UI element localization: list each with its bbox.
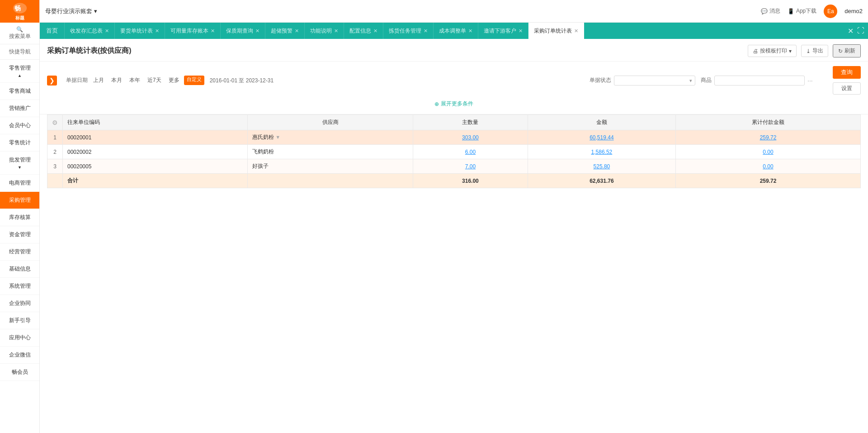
sidebar-item-collab[interactable]: 企业协同 [0,295,39,312]
tab-yaohuo[interactable]: 要货单统计表 ✕ [115,23,165,39]
status-select[interactable] [614,76,695,86]
tab-purchase-stats[interactable]: 采购订单统计表 ✕ [528,23,584,39]
sidebar-quick-nav[interactable]: 快捷导航 [0,44,39,60]
industry-selector[interactable]: 母婴行业演示账套 ▾ [45,7,97,15]
app-logo-icon: 畅 [13,2,27,14]
date-btn-last-month[interactable]: 上月 [90,76,107,85]
settings-button[interactable]: 设置 [833,82,861,95]
cell-amount[interactable]: 1,586.52 [528,145,675,159]
sidebar-item-wecom[interactable]: 企业微信 [0,347,39,364]
cell-paid[interactable]: 0.00 [675,145,860,159]
avatar[interactable]: Ea [824,5,837,18]
app-download-button[interactable]: 📱 App下载 [788,7,816,15]
sidebar-item-members[interactable]: 会员中心 [0,117,39,134]
cell-amount[interactable]: 60,519.44 [528,130,675,145]
tab-close-icon[interactable]: ✕ [105,28,109,34]
sidebar-item-purchase[interactable]: 采购管理 [0,192,39,209]
sidebar-item-operations[interactable]: 经营管理 [0,243,39,261]
sidebar-item-system[interactable]: 系统管理 [0,278,39,295]
cell-qty[interactable]: 7.00 [413,159,528,174]
col-amount: 金额 [528,115,675,130]
cell-code: 00020002 [63,145,248,159]
cell-index: 2 [47,145,63,159]
maximize-button[interactable]: ⛶ [857,27,864,35]
sidebar-item-newguide[interactable]: 新手引导 [0,312,39,329]
cell-paid[interactable]: 0.00 [675,159,860,174]
tab-home[interactable]: 首页 [40,23,65,39]
sidebar-item-label: 资金管理 [9,231,31,238]
sidebar-item-appcenter[interactable]: 应用中心 [0,329,39,347]
refresh-button[interactable]: ↻ 刷新 [833,44,861,57]
cell-amount[interactable]: 525.80 [528,159,675,174]
date-label: 单据日期 [66,76,88,84]
tab-baozhi[interactable]: 保质期查询 ✕ [221,23,265,39]
cell-qty[interactable]: 303.00 [413,130,528,145]
sidebar-item-retail-mgmt[interactable]: 零售管理 ▲ [0,60,39,83]
tab-jianhuo[interactable]: 拣货任务管理 ✕ [383,23,434,39]
tab-close-icon[interactable]: ✕ [155,28,159,34]
date-btn-this-year[interactable]: 本年 [127,76,143,85]
tab-close-icon[interactable]: ✕ [255,28,259,34]
sidebar-item-finance[interactable]: 资金管理 [0,226,39,243]
table-row[interactable]: 3 00020005 好孩子 7.00 525.80 0.00 [47,159,861,174]
tab-label: 要货单统计表 [120,27,153,35]
export-label: 导出 [812,47,823,55]
page-content: 采购订单统计表(按供应商) 🖨 按模板打印 ▾ ⤓ 导出 ↻ 刷新 [40,39,868,433]
sidebar-item-retail-mall[interactable]: 零售商城 [0,83,39,100]
date-btn-more[interactable]: 更多 [166,76,182,85]
svg-text:畅: 畅 [14,5,20,12]
sidebar-item-label: 营销推广 [9,105,31,112]
custom-date-tag[interactable]: 自定义 [184,76,204,85]
tab-gongneng[interactable]: 功能说明 ✕ [305,23,344,39]
tab-invite[interactable]: 邀请下游客户 ✕ [478,23,528,39]
sidebar-item-label: 采购管理 [9,196,31,204]
column-settings-icon[interactable]: ⚙ [52,119,58,126]
sidebar-item-marketing[interactable]: 营销推广 [0,100,39,117]
goods-more-icon[interactable]: ··· [807,77,813,84]
goods-input[interactable] [714,76,805,86]
date-btn-this-month[interactable]: 本月 [108,76,125,85]
messages-button[interactable]: 💬 消息 [761,7,780,15]
filter-collapse-button[interactable]: ❯ [47,76,57,86]
query-button[interactable]: 查询 [833,66,861,79]
tab-chengben[interactable]: 成本调整单 ✕ [434,23,478,39]
tab-close-icon[interactable]: ✕ [373,28,377,34]
tab-peizhi[interactable]: 配置信息 ✕ [344,23,383,39]
sidebar-item-inventory[interactable]: 库存核算 [0,209,39,226]
cell-qty[interactable]: 6.00 [413,145,528,159]
export-button[interactable]: ⤓ 导出 [801,45,828,57]
expand-filters-button[interactable]: ⊕ 展开更多条件 [47,98,861,109]
table-row[interactable]: 2 00020002 飞鹤奶粉 6.00 1,586.52 0.00 [47,145,861,159]
tabbar-end: ✕ ⛶ [844,23,868,39]
tab-close-icon[interactable]: ✕ [295,28,299,34]
sidebar-item-label: 零售商城 [9,87,31,95]
sidebar-item-ecommerce[interactable]: 电商管理 [0,175,39,192]
tab-close-icon[interactable]: ✕ [574,28,578,34]
cell-paid[interactable]: 259.72 [675,130,860,145]
message-icon: 💬 [761,8,768,14]
template-print-button[interactable]: 🖨 按模板打印 ▾ [748,45,797,57]
sidebar-item-basics[interactable]: 基础信息 [0,261,39,278]
tab-close-icon[interactable]: ✕ [424,28,428,34]
sidebar-item-member-pro[interactable]: 畅会员 [0,364,39,381]
tab-close-icon[interactable]: ✕ [519,28,523,34]
tab-close-icon[interactable]: ✕ [211,28,215,34]
tab-kuyongliang[interactable]: 可用量库存账本 ✕ [165,23,221,39]
footer-label: 合计 [63,174,248,188]
footer-row: 合计 316.00 62,631.76 259.72 [47,174,861,188]
date-btn-7days[interactable]: 近7天 [145,76,164,85]
cell-supplier: 飞鹤奶粉 [248,145,413,159]
sidebar-search[interactable]: 🔍 搜索菜单 [0,23,39,44]
tab-shoufacun[interactable]: 收发存汇总表 ✕ [65,23,115,39]
col-paid: 累计付款金额 [675,115,860,130]
sidebar-item-label: 应用中心 [9,334,31,342]
table-row[interactable]: 1 00020001 惠氏奶粉 ▼ 303.00 60,519.44 259.7… [47,130,861,145]
tab-chaochu[interactable]: 超储预警 ✕ [265,23,305,39]
tab-close-icon[interactable]: ✕ [468,28,472,34]
tab-close-icon[interactable]: ✕ [334,28,338,34]
close-tab-button[interactable]: ✕ [848,27,854,35]
tab-label: 拣货任务管理 [389,27,421,35]
sidebar-item-label: 基础信息 [9,265,31,273]
sidebar-item-wholesale[interactable]: 批发管理 ▼ [0,152,39,175]
sidebar-item-retail-stats[interactable]: 零售统计 [0,134,39,152]
